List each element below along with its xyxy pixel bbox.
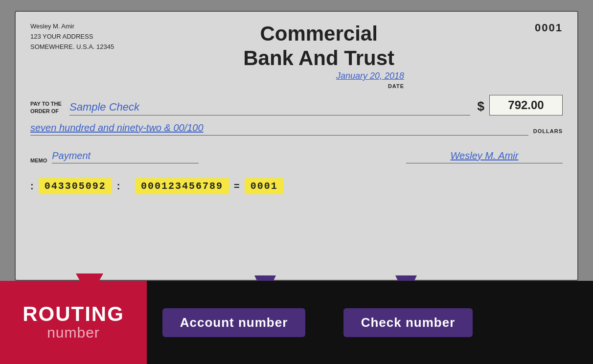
check-number-block: 0001: [524, 22, 563, 34]
micr-routing: 043305092: [39, 178, 112, 194]
routing-label-bottom: number: [47, 324, 100, 341]
payee-name: Sample Check: [69, 101, 139, 113]
memo-row: MEMO Payment Wesley M. Amir: [30, 150, 563, 163]
right-spacer: [495, 281, 593, 364]
micr-account: 000123456789: [135, 178, 229, 194]
bank-date-block: Commercial Bank And Trust January 20, 20…: [233, 22, 404, 90]
address-line2: SOMEWHERE. U.S.A. 12345: [30, 42, 114, 52]
memo-line: Payment: [52, 150, 199, 163]
check-label-pill: Check number: [343, 308, 473, 337]
signature-line: Wesley M. Amir: [406, 150, 563, 163]
account-label-text: Account number: [180, 315, 288, 330]
check-label-text: Check number: [361, 315, 456, 330]
written-amount: seven hundred and ninety-two & 00/100: [30, 122, 204, 133]
micr-row: : 043305092 : 000123456789 = 0001: [30, 178, 563, 194]
check-label-box: Check number: [321, 281, 495, 364]
memo-label: MEMO: [30, 158, 47, 163]
date-block: January 20, 2018 DATE: [336, 71, 404, 90]
amount-box: 792.00: [489, 95, 563, 115]
micr-close-symbol: :: [117, 181, 120, 192]
pay-row: PAY TO THE ORDER OF Sample Check $ 792.0…: [30, 95, 563, 115]
owner-name: Wesley M. Amir: [30, 22, 114, 32]
pay-label: PAY TO THE ORDER OF: [30, 100, 65, 115]
routing-label-top: ROUTING: [23, 304, 124, 324]
micr-account-sep-pre: [127, 181, 130, 192]
routing-label-box: ROUTING number: [0, 281, 147, 364]
date-value: January 20, 2018: [336, 71, 404, 81]
dollar-sign: $: [478, 99, 484, 115]
written-row: seven hundred and ninety-two & 00/100 DO…: [30, 122, 563, 136]
payee-line: Sample Check: [69, 101, 470, 115]
check-number: 0001: [524, 22, 563, 34]
micr-account-sep: =: [234, 181, 240, 192]
address-line1: 123 YOUR ADDRESS: [30, 32, 114, 42]
check: Wesley M. Amir 123 YOUR ADDRESS SOMEWHER…: [15, 11, 578, 281]
written-amount-line: seven hundred and ninety-two & 00/100: [30, 122, 528, 136]
memo-value: Payment: [52, 150, 91, 161]
dollars-label: DOLLARS: [528, 128, 563, 136]
signature: Wesley M. Amir: [451, 150, 519, 161]
account-label-pill: Account number: [162, 308, 306, 337]
bank-name: Commercial Bank And Trust: [243, 22, 394, 71]
bottom-section: ROUTING number Account number Check numb…: [0, 281, 593, 364]
micr-open-symbol: :: [30, 181, 34, 192]
account-label-box: Account number: [147, 281, 321, 364]
date-label: DATE: [388, 83, 404, 89]
amount-value: 792.00: [508, 98, 544, 112]
micr-check: 0001: [245, 178, 284, 194]
address-block: Wesley M. Amir 123 YOUR ADDRESS SOMEWHER…: [30, 22, 114, 52]
